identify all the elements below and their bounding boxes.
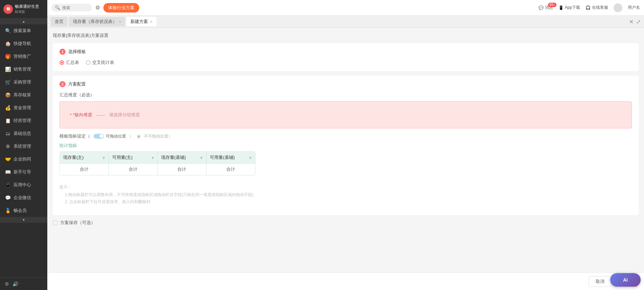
stats-title: 统计指标 bbox=[59, 143, 632, 149]
sidebar-item-finance[interactable]: 💰 资金管理 bbox=[0, 101, 47, 114]
toggle-box[interactable] bbox=[94, 134, 104, 139]
step1-card: 1 选择模板 汇总表 交叉统计表 bbox=[53, 43, 639, 71]
sidebar-item-inventory[interactable]: 📦 库存核算 bbox=[0, 89, 47, 101]
dimension-area[interactable]: * *纵向维度 —— 请选择分组维度 bbox=[59, 101, 632, 128]
sidebar-item-purchase[interactable]: 🛒 采购管理 bbox=[0, 76, 47, 89]
save-checkbox[interactable] bbox=[53, 220, 57, 225]
sidebar-item-system[interactable]: ⚙ 系统管理 bbox=[0, 140, 47, 153]
separator-text: ） bbox=[129, 134, 133, 139]
dimension-placeholder: 请选择分组维度 bbox=[109, 112, 140, 118]
sidebar-item-guide[interactable]: 📖 新手引导 bbox=[0, 166, 47, 178]
radio-summary-label: 汇总表 bbox=[66, 59, 79, 66]
search-box[interactable]: 🔍 bbox=[51, 4, 92, 11]
sidebar-item-label: 采购管理 bbox=[14, 79, 31, 85]
ai-float-button[interactable]: Ai bbox=[610, 273, 641, 287]
stats-cell-0-0: 合计 bbox=[60, 164, 109, 175]
tab-inventory[interactable]: 现存量（库存状况表） × bbox=[69, 17, 125, 26]
step2-header: 2 方案配置 bbox=[59, 81, 632, 87]
chevron-icon-2: ∨ bbox=[200, 155, 203, 160]
step2-card: 2 方案配置 汇总维度（必选） * *纵向维度 —— 请选择分组维度 模板指标设… bbox=[53, 76, 639, 215]
drag-toggle[interactable]: 可拖动位置 bbox=[94, 134, 126, 139]
step1-header: 1 选择模板 bbox=[59, 49, 632, 55]
tips-item-0: 1.拖动标题栏可以调整布局，不可跨维度或指标区域拖动栏目字段(只能在同一维度或指… bbox=[59, 192, 632, 198]
sidebar-item-quick-nav[interactable]: 🏠 快捷导航 bbox=[0, 37, 47, 50]
content-area: 现存量(库存状况表)方案设置 1 选择模板 汇总表 交叉统计表 2 bbox=[47, 28, 644, 272]
settings-icon[interactable]: ⚙ bbox=[5, 281, 9, 287]
quick-nav-icon: 🏠 bbox=[5, 41, 11, 47]
cooperation-icon: 🤝 bbox=[5, 156, 11, 162]
sidebar-item-label: 销售管理 bbox=[14, 66, 31, 72]
messages-btn[interactable]: 💬 消息 99+ bbox=[539, 5, 553, 10]
tab-new-plan-close[interactable]: × bbox=[150, 20, 152, 24]
sidebar-item-app-center[interactable]: 📱 应用中心 bbox=[0, 178, 47, 191]
sidebar-item-wechat[interactable]: 💬 企业微信 bbox=[0, 191, 47, 204]
search-input[interactable] bbox=[62, 5, 89, 10]
stats-row-0: 合计 合计 合计 合计 bbox=[60, 163, 255, 175]
bottom-bar: 取消 查询 bbox=[47, 272, 644, 290]
dimension-label: *纵向维度 bbox=[73, 112, 92, 118]
app-download-btn[interactable]: 📱 App下载 bbox=[559, 5, 580, 10]
sidebar-item-membership[interactable]: 🏅 畅会员 bbox=[0, 204, 47, 217]
stats-col-3[interactable]: 可用量(基辅) ∨ bbox=[206, 152, 255, 163]
stats-cell-0-3: 合计 bbox=[206, 164, 255, 175]
tab-inventory-label: 现存量（库存状况表） bbox=[73, 19, 117, 25]
tabs-bar: 首页 现存量（库存状况表） × 新建方案 × ✕ ⤢ bbox=[47, 16, 644, 28]
tabs-actions: ✕ ⤢ bbox=[629, 18, 641, 25]
sidebar-item-cooperation[interactable]: 🤝 企业协同 bbox=[0, 153, 47, 166]
app-logo: 畅 畅康通好生意 标准版 bbox=[0, 0, 47, 19]
radio-cross-label: 交叉统计表 bbox=[92, 59, 114, 66]
sidebar-item-label: 营销推广 bbox=[14, 53, 31, 59]
stats-col-1[interactable]: 可用量(主) ∨ bbox=[109, 152, 158, 163]
sidebar-scroll-up[interactable]: ▲ bbox=[0, 19, 47, 24]
sidebar-item-label: 快捷导航 bbox=[14, 41, 31, 47]
tips-item-1: 2. 点击标题栏下拉可设置排序、插入列和删除列 bbox=[59, 199, 632, 205]
step2-num: 2 bbox=[59, 81, 66, 87]
save-option: 方案保存（可选） bbox=[53, 220, 639, 226]
sidebar-item-search-menu[interactable]: 🔍 搜索菜单 bbox=[0, 24, 47, 37]
sidebar-scroll-down[interactable]: ▼ bbox=[0, 217, 47, 223]
sidebar-item-label: 库存核算 bbox=[14, 92, 31, 98]
system-icon: ⚙ bbox=[5, 143, 11, 149]
tab-new-plan[interactable]: 新建方案 × bbox=[126, 17, 156, 26]
radio-cross[interactable]: 交叉统计表 bbox=[86, 59, 114, 66]
tab-home[interactable]: 首页 bbox=[51, 17, 68, 26]
user-avatar[interactable] bbox=[614, 3, 622, 12]
message-icon: 💬 bbox=[539, 5, 544, 10]
step2-title: 方案配置 bbox=[68, 81, 86, 87]
app-center-icon: 📱 bbox=[5, 182, 11, 188]
step1-title: 选择模板 bbox=[68, 49, 86, 55]
no-drag-indicator: ▣ bbox=[137, 134, 141, 139]
drag-label: 可拖动位置 bbox=[106, 134, 126, 139]
operation-icon: 📋 bbox=[5, 118, 11, 124]
sidebar-item-operation[interactable]: 📋 经营管理 bbox=[0, 114, 47, 127]
chevron-icon-0: ∨ bbox=[102, 155, 105, 160]
trial-btn[interactable]: 体验行业方案 bbox=[103, 3, 139, 13]
stats-cell-0-2: 合计 bbox=[158, 164, 207, 175]
sidebar-item-label: 资金管理 bbox=[14, 105, 31, 111]
chevron-icon-3: ∨ bbox=[249, 155, 252, 160]
no-drag-label: 不可拖动位置） bbox=[144, 134, 172, 139]
stats-col-2[interactable]: 现存量(基辅) ∨ bbox=[158, 152, 207, 163]
logo-icon: 畅 bbox=[3, 4, 13, 14]
finance-icon: 💰 bbox=[5, 105, 11, 111]
stats-col-0[interactable]: 现存量(主) ∨ bbox=[60, 152, 109, 163]
sidebar-item-label: 搜索菜单 bbox=[14, 28, 31, 34]
close-window-btn[interactable]: ✕ bbox=[629, 18, 634, 25]
online-service-btn[interactable]: 🎧 在线客服 bbox=[586, 5, 608, 10]
sidebar-item-basic-info[interactable]: 🗂 基础信息 bbox=[0, 127, 47, 140]
radio-summary[interactable]: 汇总表 bbox=[59, 59, 79, 66]
gear-icon[interactable]: ⚙ bbox=[95, 4, 100, 11]
sidebar-bottom: ⚙ 🔊 bbox=[0, 277, 47, 290]
sidebar-item-marketing[interactable]: 🎁 营销推广 bbox=[0, 50, 47, 63]
fullscreen-btn[interactable]: ⤢ bbox=[636, 18, 641, 25]
guide-icon: 📖 bbox=[5, 169, 11, 175]
stats-col-label-3: 可用量(基辅) bbox=[210, 154, 235, 161]
cancel-button[interactable]: 取消 bbox=[589, 276, 612, 287]
tab-inventory-close[interactable]: × bbox=[119, 20, 121, 24]
messages-badge: 99+ bbox=[548, 3, 556, 7]
sound-icon[interactable]: 🔊 bbox=[13, 281, 18, 287]
app-name: 畅康通好生意 bbox=[15, 4, 39, 9]
sidebar-item-sales[interactable]: 📊 销售管理 bbox=[0, 63, 47, 76]
username-label[interactable]: 用户名 bbox=[628, 5, 640, 10]
sidebar-item-label: 畅会员 bbox=[14, 208, 27, 214]
